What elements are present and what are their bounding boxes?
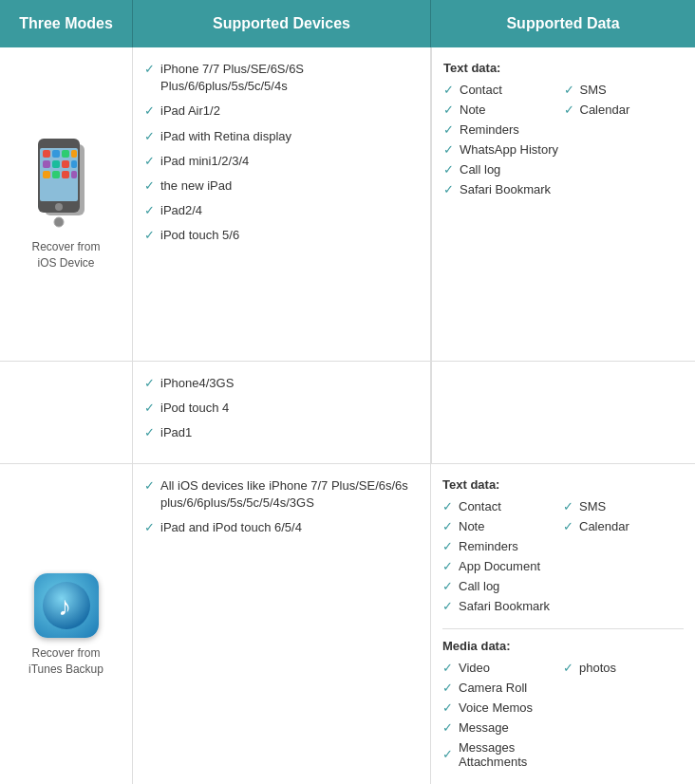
- svg-rect-3: [43, 150, 50, 158]
- check-icon: ✓: [144, 128, 155, 145]
- svg-rect-6: [71, 150, 77, 158]
- itunes-label: Recover fromiTunes Backup: [28, 645, 103, 678]
- data-safari: ✓ Safari Bookmark: [443, 182, 564, 196]
- list-item: ✓ iPad Air1/2: [144, 103, 419, 120]
- data-video: ✓ Video: [442, 661, 563, 675]
- svg-rect-13: [62, 171, 69, 178]
- list-item: ✓ iPhone4/3GS: [144, 375, 419, 392]
- check-icon: ✓: [443, 142, 454, 157]
- svg-rect-10: [71, 160, 77, 168]
- check-icon: ✓: [144, 400, 155, 417]
- header-supported-devices: Supported Devices: [133, 0, 431, 47]
- data-voice-memos: ✓ Voice Memos: [442, 700, 563, 715]
- row-ios-device: Recover fromiOS Device ✓ iPhone 7/7 Plus…: [0, 47, 695, 464]
- svg-rect-8: [52, 160, 60, 168]
- data-reminders-itunes: ✓ Reminders: [442, 539, 563, 553]
- check-icon: ✓: [442, 599, 453, 613]
- data-note-itunes: ✓ Note: [442, 519, 563, 533]
- data-sms: ✓ SMS: [564, 83, 685, 97]
- check-icon: ✓: [442, 681, 453, 695]
- media-data-title: Media data:: [442, 639, 684, 653]
- data-whatsapp: ✓ WhatsApp History: [443, 142, 564, 157]
- data-appdoc-itunes: ✓ App Document: [442, 559, 563, 573]
- list-item: ✓ iPad2/4: [144, 202, 419, 219]
- check-icon: ✓: [442, 559, 453, 573]
- check-icon: ✓: [563, 499, 573, 513]
- row-itunes: ♪ Recover fromiTunes Backup ✓ All iOS de…: [0, 464, 695, 784]
- list-item: ✓ iPod touch 4: [144, 400, 419, 417]
- data-message: ✓ Message: [442, 720, 563, 735]
- check-icon: ✓: [564, 83, 574, 97]
- data-reminders: ✓ Reminders: [443, 122, 564, 137]
- check-icon: ✓: [144, 202, 155, 219]
- list-item: ✓ iPad1: [144, 424, 419, 441]
- svg-rect-5: [62, 150, 69, 158]
- data-sms-itunes: ✓ SMS: [563, 499, 684, 513]
- svg-rect-11: [43, 171, 50, 178]
- header-three-modes: Three Modes: [0, 0, 133, 47]
- data-messages-attachments: ✓ Messages Attachments: [442, 740, 563, 769]
- check-icon: ✓: [144, 227, 155, 244]
- ios-legacy-devices: ✓ iPhone4/3GS ✓ iPod touch 4 ✓ iPad1: [133, 362, 431, 463]
- list-item: ✓ iPad and iPod touch 6/5/4: [144, 519, 419, 536]
- data-photos: ✓ photos: [563, 661, 684, 675]
- check-icon: ✓: [563, 661, 573, 675]
- check-icon: ✓: [443, 103, 454, 117]
- check-icon: ✓: [144, 424, 155, 441]
- check-icon: ✓: [443, 182, 454, 196]
- itunes-image: ♪: [34, 573, 99, 638]
- list-item: ✓ iPod touch 5/6: [144, 227, 419, 244]
- data-camera-roll: ✓ Camera Roll: [442, 681, 563, 695]
- check-icon: ✓: [144, 153, 155, 170]
- svg-rect-14: [71, 171, 77, 178]
- check-icon: ✓: [144, 177, 155, 195]
- data-calllog-itunes: ✓ Call log: [442, 579, 563, 593]
- svg-rect-4: [52, 150, 60, 158]
- check-icon: ✓: [443, 162, 454, 177]
- data-contact-itunes: ✓ Contact: [442, 499, 563, 513]
- svg-rect-7: [43, 160, 50, 168]
- itunes-data: Text data: ✓ Contact ✓ Note ✓ Reminders …: [431, 464, 695, 784]
- check-icon: ✓: [144, 103, 155, 120]
- check-icon: ✓: [442, 539, 453, 553]
- check-icon: ✓: [442, 747, 453, 761]
- list-item: ✓ the new iPad: [144, 177, 419, 195]
- data-note: ✓ Note: [443, 103, 564, 117]
- ios-device-devices-upper: ✓ iPhone 7/7 Plus/SE/6S/6S Plus/6/6plus/…: [133, 47, 431, 361]
- list-item: ✓ iPad with Retina display: [144, 128, 419, 145]
- check-icon: ✓: [442, 519, 453, 533]
- mode-ios-device: Recover fromiOS Device: [0, 47, 133, 361]
- mode-itunes: ♪ Recover fromiTunes Backup: [0, 464, 133, 784]
- check-icon: ✓: [443, 83, 454, 97]
- check-icon: ✓: [144, 61, 155, 78]
- table-header: Three Modes Supported Devices Supported …: [0, 0, 695, 47]
- check-icon: ✓: [144, 375, 155, 392]
- ios-device-label: Recover fromiOS Device: [31, 239, 100, 271]
- check-icon: ✓: [144, 519, 155, 536]
- list-item: ✓ All iOS devices like iPhone 7/7 Plus/S…: [144, 477, 419, 512]
- ios-device-data: Text data: ✓ Contact ✓ Note ✓ Reminders: [431, 47, 695, 361]
- data-contact: ✓ Contact: [443, 83, 564, 97]
- svg-point-17: [54, 217, 64, 227]
- check-icon: ✓: [563, 519, 573, 533]
- itunes-devices: ✓ All iOS devices like iPhone 7/7 Plus/S…: [133, 464, 431, 784]
- header-supported-data: Supported Data: [431, 0, 695, 47]
- check-icon: ✓: [564, 103, 574, 117]
- check-icon: ✓: [442, 661, 453, 675]
- svg-text:♪: ♪: [58, 591, 71, 621]
- svg-point-16: [55, 203, 63, 211]
- list-item: ✓ iPhone 7/7 Plus/SE/6S/6S Plus/6/6plus/…: [144, 61, 419, 95]
- list-item: ✓ iPad mini1/2/3/4: [144, 153, 419, 170]
- check-icon: ✓: [442, 579, 453, 593]
- check-icon: ✓: [442, 499, 453, 513]
- data-legacy-spacer: [431, 362, 695, 463]
- check-icon: ✓: [442, 700, 453, 715]
- svg-rect-12: [52, 171, 60, 178]
- check-icon: ✓: [443, 122, 454, 137]
- check-icon: ✓: [442, 720, 453, 735]
- data-calendar-itunes: ✓ Calendar: [563, 519, 684, 533]
- data-calendar: ✓ Calendar: [564, 103, 685, 117]
- text-data-title-2: Text data:: [442, 477, 684, 492]
- check-icon: ✓: [144, 477, 155, 495]
- section-divider: [442, 628, 684, 629]
